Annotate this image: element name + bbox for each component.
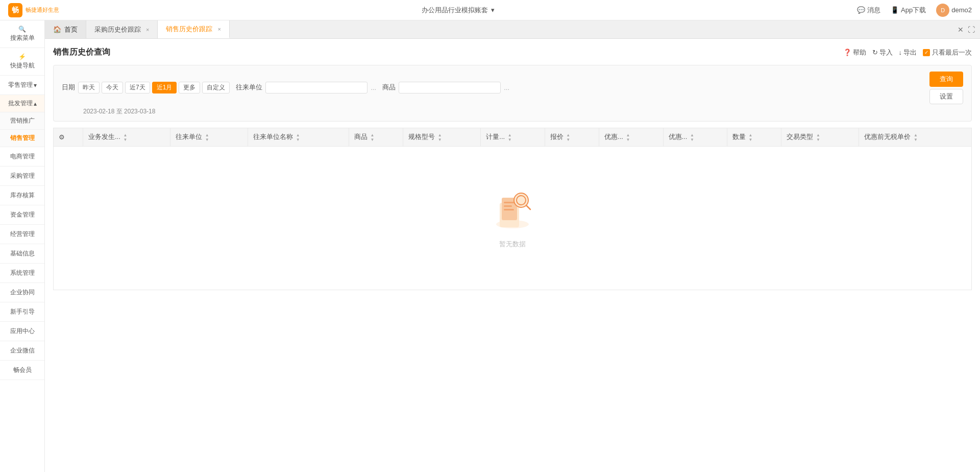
date-btn-custom[interactable]: 自定义 — [202, 82, 230, 93]
sidebar-item-sys-mgmt[interactable]: 系统管理 — [0, 264, 44, 283]
date-btn-more[interactable]: 更多 — [179, 82, 200, 93]
date-range-text: 2023-02-18 至 2023-03-18 — [83, 107, 155, 116]
logo-text: 畅捷通好生意 — [26, 6, 59, 13]
top-header: 畅 畅捷通好生意 办公用品行业模拟账套 ▾ 💬 消息 📱 App下载 D dem… — [0, 0, 980, 20]
svg-rect-3 — [504, 202, 515, 203]
table-header: ⚙ 业务发生... ▲▼ 往来单位 ▲▼ 往来单位名称 ▲▼ — [54, 128, 972, 147]
page-title: 销售历史价查询 — [53, 47, 110, 58]
th-partner-code[interactable]: 往来单位 ▲▼ — [170, 128, 248, 147]
th-unit[interactable]: 计量... ▲▼ — [481, 128, 545, 147]
sidebar-item-purchase[interactable]: 采购管理 — [0, 167, 44, 186]
sort-icon-unit: ▲▼ — [508, 133, 512, 142]
empty-state-row: 暂无数据 — [54, 146, 972, 290]
query-button[interactable]: 查询 — [929, 72, 963, 87]
date-btn-today[interactable]: 今天 — [102, 82, 123, 93]
help-button[interactable]: ❓ 帮助 — [843, 48, 866, 57]
import-icon: ↻ — [872, 49, 878, 56]
page-title-bar: 销售历史价查询 ❓ 帮助 ↻ 导入 ↓ 导出 ✓ — [53, 47, 972, 58]
page-content: 销售历史价查询 ❓ 帮助 ↻ 导入 ↓ 导出 ✓ — [45, 39, 980, 472]
table-body: 暂无数据 — [54, 146, 972, 290]
tab-spacer — [230, 20, 952, 38]
sidebar-item-member[interactable]: 畅会员 — [0, 361, 44, 380]
sidebar-item-sales-mgmt[interactable]: 销售管理 — [0, 130, 44, 147]
partner-filter-label: 往来单位 — [236, 83, 262, 92]
sidebar-item-enterprise-wechat[interactable]: 企业微信 — [0, 341, 44, 361]
sidebar-item-inventory[interactable]: 库存核算 — [0, 186, 44, 205]
date-btn-1month[interactable]: 近1月 — [152, 82, 177, 93]
sidebar-item-marketing[interactable]: 营销推广 — [0, 112, 44, 130]
message-icon: 💬 — [857, 6, 865, 14]
chevron-up-icon: ▴ — [34, 100, 37, 107]
tab-home[interactable]: 🏠 首页 — [45, 20, 86, 38]
svg-rect-4 — [504, 205, 512, 207]
import-button[interactable]: ↻ 导入 — [872, 48, 893, 57]
product-filter-label: 商品 — [382, 83, 396, 92]
sort-icon-discount2: ▲▼ — [690, 133, 694, 142]
table-header-row: ⚙ 业务发生... ▲▼ 往来单位 ▲▼ 往来单位名称 ▲▼ — [54, 128, 972, 147]
th-discount2[interactable]: 优惠... ▲▼ — [663, 128, 727, 147]
th-product[interactable]: 商品 ▲▼ — [349, 128, 403, 147]
header-center[interactable]: 办公用品行业模拟账套 ▾ — [422, 6, 495, 15]
checkbox-checked-icon: ✓ — [923, 49, 930, 56]
quick-nav-icon: ⚡ — [18, 53, 26, 60]
th-quote[interactable]: 报价 ▲▼ — [545, 128, 599, 147]
close-tab2-button[interactable]: × — [217, 26, 220, 32]
th-biz-date[interactable]: 业务发生... ▲▼ — [83, 128, 170, 147]
user-avatar-btn[interactable]: D demo2 — [936, 4, 972, 17]
sidebar-item-base-info[interactable]: 基础信息 — [0, 244, 44, 264]
svg-rect-5 — [504, 209, 514, 210]
content-area: 🏠 首页 采购历史价跟踪 × 销售历史价跟踪 × ✕ ⛶ 销售历史价查询 — [45, 20, 980, 472]
empty-state: 暂无数据 — [54, 147, 971, 290]
settings-button[interactable]: 设置 — [929, 89, 963, 104]
data-table: ⚙ 业务发生... ▲▼ 往来单位 ▲▼ 往来单位名称 ▲▼ — [53, 128, 972, 290]
sidebar-item-ecommerce[interactable]: 电商管理 — [0, 147, 44, 167]
help-icon: ❓ — [843, 49, 851, 56]
sidebar-item-wholesale-mgmt[interactable]: 批发管理 ▴ — [0, 95, 44, 112]
sort-icon-spec: ▲▼ — [438, 133, 442, 142]
app-download-btn[interactable]: 📱 App下载 — [891, 6, 926, 15]
th-partner-name[interactable]: 往来单位名称 ▲▼ — [248, 128, 349, 147]
close-tab1-button[interactable]: × — [146, 27, 149, 33]
sort-icon-partner-code: ▲▼ — [205, 133, 209, 142]
partner-filter-input[interactable] — [265, 82, 368, 93]
product-filter-input[interactable] — [399, 82, 501, 93]
sort-icon-discount1: ▲▼ — [626, 133, 630, 142]
message-btn[interactable]: 💬 消息 — [857, 6, 880, 15]
dropdown-arrow-icon[interactable]: ▾ — [491, 6, 495, 14]
maximize-window-button[interactable]: ⛶ — [968, 26, 975, 34]
sidebar-item-enterprise[interactable]: 企业协同 — [0, 283, 44, 302]
date-range-row: 2023-02-18 至 2023-03-18 — [62, 107, 963, 116]
tab-controls: ✕ ⛶ — [952, 20, 980, 38]
sidebar-item-operations[interactable]: 经营管理 — [0, 225, 44, 244]
avatar: D — [936, 4, 949, 17]
date-btn-7days[interactable]: 近7天 — [125, 82, 150, 93]
table-settings-icon[interactable]: ⚙ — [59, 133, 65, 141]
export-button[interactable]: ↓ 导出 — [899, 48, 917, 57]
tab-sales-history[interactable]: 销售历史价跟踪 × — [158, 20, 229, 38]
sidebar-item-search-menu[interactable]: 🔍 搜索菜单 — [0, 20, 44, 48]
sort-icon-biz-date: ▲▼ — [123, 133, 127, 142]
date-filter-group: 日期 昨天 今天 近7天 近1月 更多 自定义 — [62, 82, 230, 93]
tab-purchase-history[interactable]: 采购历史价跟踪 × — [86, 20, 158, 38]
filter-buttons: 查询 设置 — [929, 72, 963, 104]
th-spec[interactable]: 规格型号 ▲▼ — [403, 128, 481, 147]
app-icon: 📱 — [891, 6, 899, 14]
product-dots: ... — [504, 84, 509, 91]
sidebar-item-finance[interactable]: 资金管理 — [0, 205, 44, 225]
filter-bar: 日期 昨天 今天 近7天 近1月 更多 自定义 — [53, 65, 972, 122]
th-trade-type[interactable]: 交易类型 ▲▼ — [781, 128, 859, 147]
th-pre-tax-price[interactable]: 优惠前无税单价 ▲▼ — [859, 128, 972, 147]
th-qty[interactable]: 数量 ▲▼ — [727, 128, 781, 147]
sidebar-item-retail-mgmt[interactable]: 零售管理 ▾ — [0, 76, 44, 95]
th-discount1[interactable]: 优惠... ▲▼ — [599, 128, 663, 147]
date-btn-yesterday[interactable]: 昨天 — [78, 82, 100, 93]
only-last-checkbox[interactable]: ✓ 只看最后一次 — [923, 48, 972, 57]
th-gear[interactable]: ⚙ — [54, 128, 83, 147]
close-window-button[interactable]: ✕ — [958, 26, 964, 34]
company-dropdown-label: 办公用品行业模拟账套 — [422, 6, 488, 15]
sidebar-item-quick-nav[interactable]: ⚡ 快捷导航 — [0, 48, 44, 76]
sidebar-item-guide[interactable]: 新手引导 — [0, 302, 44, 322]
search-icon: 🔍 — [18, 26, 26, 33]
sidebar-item-app-center[interactable]: 应用中心 — [0, 322, 44, 341]
empty-illustration — [489, 187, 535, 233]
